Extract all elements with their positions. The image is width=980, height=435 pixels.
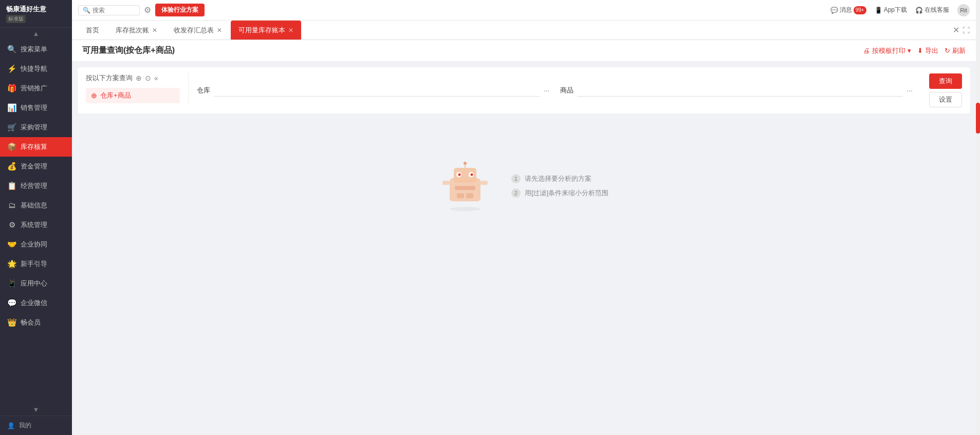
sidebar-item-label: 营销推广 — [21, 84, 47, 93]
sidebar-menu: 🔍搜索菜单⚡快捷导航🎁营销推广📊销售管理🛒采购管理📦库存核算💰资金管理📋经营管理… — [0, 40, 72, 404]
export-button[interactable]: ⬇ 导出 — [917, 46, 938, 55]
app-download-btn[interactable]: 📱 App下载 — [875, 6, 907, 14]
topbar: 🔍 ⚙ 体验行业方案 💬 消息 99+ 📱 App下载 🎧 在线客服 Rit — [72, 0, 976, 21]
sidebar-item-search[interactable]: 🔍搜索菜单 — [0, 40, 72, 59]
sidebar-item-members[interactable]: 👑畅会员 — [0, 313, 72, 332]
collapse-icon[interactable]: « — [154, 74, 158, 82]
basic-info-icon: 🗂 — [7, 201, 16, 210]
svg-point-4 — [458, 174, 460, 176]
refresh-button[interactable]: ↻ 刷新 — [945, 46, 966, 55]
scheme-settings-icon[interactable]: ⊙ — [145, 74, 151, 82]
sidebar-item-inventory[interactable]: 📦库存核算 — [0, 137, 72, 157]
sidebar-item-basic-info[interactable]: 🗂基础信息 — [0, 196, 72, 215]
query-button[interactable]: 查询 — [929, 73, 962, 89]
scheme-icon: ⊕ — [91, 91, 97, 100]
sidebar-item-guide[interactable]: 🌟新手引导 — [0, 254, 72, 274]
sidebar-scroll-down[interactable]: ▼ — [0, 404, 72, 415]
guide-icon: 🌟 — [7, 259, 16, 269]
tab-available-stock[interactable]: 可用量库存账本✕ — [231, 21, 301, 40]
sidebar-item-marketing[interactable]: 🎁营销推广 — [0, 79, 72, 98]
members-icon: 👑 — [7, 318, 16, 327]
close-all-tabs-btn[interactable]: ✕ — [953, 25, 959, 35]
sidebar-item-label: 系统管理 — [21, 220, 47, 230]
filter-actions: 查询 设置 — [929, 73, 962, 107]
sidebar-item-label: 库存核算 — [21, 142, 47, 152]
enterprise-wechat-icon: 💬 — [7, 298, 16, 308]
tab-batch-account[interactable]: 库存批次账✕ — [108, 21, 165, 40]
print-dropdown-icon[interactable]: ▾ — [908, 47, 911, 54]
sidebar-item-enterprise-wechat[interactable]: 💬企业微信 — [0, 293, 72, 313]
sidebar-item-system[interactable]: ⚙系统管理 — [0, 215, 72, 235]
add-scheme-icon[interactable]: ⊕ — [136, 74, 142, 82]
warehouse-more-icon[interactable]: ··· — [544, 86, 550, 94]
tab-close-btn[interactable]: ✕ — [288, 27, 293, 33]
search-box[interactable]: 🔍 — [78, 5, 140, 15]
gear-icon[interactable]: ⚙ — [144, 5, 151, 15]
enterprise-icon: 🤝 — [7, 240, 16, 249]
tab-label: 可用量库存账本 — [238, 26, 285, 35]
refresh-icon: ↻ — [945, 47, 950, 54]
sidebar-item-label: 企业微信 — [21, 298, 47, 308]
headset-icon: 🎧 — [915, 7, 923, 14]
sidebar-item-label: 资金管理 — [21, 162, 47, 171]
empty-tips: 1 请先选择要分析的方案 2 用[过滤]条件来缩小分析范围 — [511, 174, 608, 198]
sales-icon: 📊 — [7, 103, 16, 112]
empty-tip-2: 2 用[过滤]条件来缩小分析范围 — [511, 188, 608, 198]
sidebar-item-finance[interactable]: 💰资金管理 — [0, 157, 72, 176]
purchase-icon: 🛒 — [7, 123, 16, 132]
svg-rect-11 — [442, 181, 450, 185]
sidebar-item-quick-nav[interactable]: ⚡快捷导航 — [0, 59, 72, 79]
sidebar-item-sales[interactable]: 📊销售管理 — [0, 98, 72, 118]
sidebar-item-label: 搜索菜单 — [21, 45, 47, 54]
svg-rect-8 — [455, 186, 475, 190]
scheme-warehouse-product[interactable]: ⊕ 仓库+商品 — [86, 88, 180, 103]
page-content: 可用量查询(按仓库+商品) 🖨 按模板打印 ▾ ⬇ 导出 ↻ 刷新 — [72, 40, 976, 435]
message-label: 消息 — [840, 6, 852, 14]
tab-close-btn[interactable]: ✕ — [152, 27, 157, 33]
settings-button[interactable]: 设置 — [929, 92, 962, 107]
sidebar-item-label: 企业协同 — [21, 240, 47, 249]
sidebar-item-purchase[interactable]: 🛒采购管理 — [0, 118, 72, 137]
svg-rect-9 — [457, 193, 464, 198]
operations-icon: 📋 — [7, 181, 16, 191]
app-icon: 📱 — [875, 7, 882, 14]
sidebar-scroll-up[interactable]: ▲ — [0, 28, 72, 40]
sidebar-item-app-center[interactable]: 📱应用中心 — [0, 274, 72, 293]
message-btn[interactable]: 💬 消息 99+ — [830, 6, 866, 14]
empty-tip-1: 1 请先选择要分析的方案 — [511, 174, 608, 183]
search-input[interactable] — [93, 7, 134, 14]
sidebar-item-enterprise[interactable]: 🤝企业协同 — [0, 235, 72, 254]
sidebar: 畅康通好生意 标准版 ▲ 🔍搜索菜单⚡快捷导航🎁营销推广📊销售管理🛒采购管理📦库… — [0, 0, 72, 435]
product-more-icon[interactable]: ··· — [907, 86, 913, 94]
tab-receipt-summary[interactable]: 收发存汇总表✕ — [166, 21, 230, 40]
tip-num-1: 1 — [511, 174, 521, 183]
warehouse-input[interactable] — [214, 84, 540, 97]
tab-home[interactable]: 首页 — [78, 21, 107, 40]
tab-label: 首页 — [86, 26, 99, 35]
svg-point-13 — [450, 207, 480, 211]
sidebar-footer[interactable]: 👤 我的 — [0, 415, 72, 435]
tab-close-btn[interactable]: ✕ — [217, 27, 222, 33]
inventory-icon: 📦 — [7, 142, 16, 152]
expand-tabs-btn[interactable]: ⛶ — [963, 26, 970, 34]
scrollbar-thumb[interactable] — [976, 103, 980, 134]
footer-user-label: 我的 — [19, 421, 31, 430]
sidebar-item-operations[interactable]: 📋经营管理 — [0, 176, 72, 196]
tab-label: 库存批次账 — [116, 26, 149, 35]
filter-fields: 仓库 ··· 商品 ··· 查询 设置 — [197, 73, 962, 107]
message-icon: 💬 — [830, 7, 838, 14]
print-button[interactable]: 🖨 按模板打印 ▾ — [863, 46, 911, 55]
page-header-actions: 🖨 按模板打印 ▾ ⬇ 导出 ↻ 刷新 — [863, 46, 966, 55]
filter-schemes: 按以下方案查询 ⊕ ⊙ « ⊕ 仓库+商品 — [86, 73, 189, 103]
online-service-btn[interactable]: 🎧 在线客服 — [915, 6, 949, 14]
tip-num-2: 2 — [511, 188, 521, 198]
user-avatar[interactable]: Rit — [957, 4, 970, 16]
sidebar-item-label: 采购管理 — [21, 123, 47, 132]
quick-nav-icon: ⚡ — [7, 64, 16, 73]
filter-label: 按以下方案查询 ⊕ ⊙ « — [86, 73, 180, 83]
empty-state-content: 1 请先选择要分析的方案 2 用[过滤]条件来缩小分析范围 — [439, 160, 608, 212]
product-input[interactable] — [578, 84, 903, 97]
print-icon: 🖨 — [863, 47, 870, 54]
svg-rect-10 — [466, 193, 473, 198]
trial-button[interactable]: 体验行业方案 — [155, 4, 205, 16]
